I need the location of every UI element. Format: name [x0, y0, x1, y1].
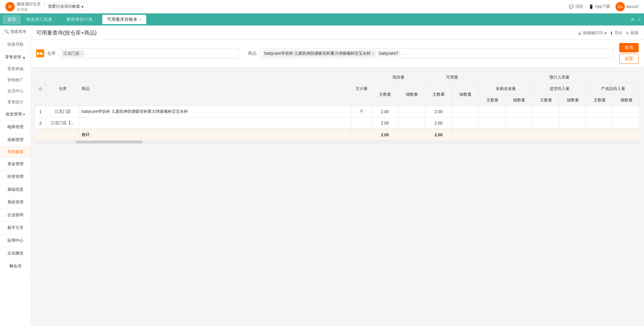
- scrollbar-track[interactable]: [35, 141, 640, 143]
- query-button[interactable]: 查询: [619, 43, 639, 52]
- search-label: 搜索菜单: [10, 29, 26, 34]
- tab-receive-close[interactable]: ×: [54, 17, 56, 21]
- tab-order[interactable]: 要货单统计表 ×: [62, 15, 101, 24]
- sidebar-collab-title[interactable]: 企业协同: [0, 209, 31, 221]
- sidebar-newguide-title[interactable]: 新手引导: [0, 222, 31, 234]
- th-stock-group: 现存量: [372, 72, 425, 83]
- sidebar-group-purchase: 采购管理: [0, 134, 31, 146]
- sidebar-quick-nav[interactable]: 快捷导航: [0, 38, 31, 51]
- product-tag2-text: babycare?: [379, 51, 398, 56]
- sidebar-system-title[interactable]: 系统管理: [0, 196, 31, 208]
- table-area: ⚙ 仓库 商品 主计量 现存量 可用量 预计入库量 主数量 辅数量 主数量 辅数…: [31, 67, 644, 326]
- sidebar-finance-title[interactable]: 资金管理: [0, 158, 31, 170]
- sidebar-item-store[interactable]: 零售商城: [0, 63, 31, 75]
- sidebar-group-appcenter: 应用中心: [0, 234, 31, 247]
- row2-purchase-aux: [506, 118, 533, 129]
- sidebar-item-retail-stats[interactable]: 零售统计: [0, 97, 31, 108]
- top-bar: 好 畅捷通好生意 标准版 母婴行业演示账套 ▾ 💬 消息 📱 App下载 Ea …: [0, 0, 644, 13]
- tab-order-label: 要货单统计表: [66, 16, 93, 22]
- th-purchase-sub: 采购在途量: [479, 83, 533, 95]
- th-available-group: 可用量: [425, 72, 479, 83]
- sidebar-wechat-title[interactable]: 企业微信: [0, 247, 31, 260]
- sidebar-purchase-title[interactable]: 采购管理: [0, 134, 31, 146]
- store-selector[interactable]: 母婴行业演示账套 ▾: [44, 2, 87, 11]
- print-label: 按模板打印: [583, 30, 603, 36]
- footer-avail-main: 2.00: [425, 129, 452, 141]
- sidebar-inventory-title[interactable]: 库存核算: [0, 146, 31, 157]
- table-row: 2 江北门店【... 2.00 2.00: [35, 118, 640, 129]
- th-incoming-aux: 辅数量: [559, 95, 586, 106]
- sidebar-operations-title[interactable]: 经营管理: [0, 171, 31, 183]
- scrollbar-row: [35, 141, 640, 144]
- filter-toggle-btn[interactable]: ▶▶: [36, 49, 44, 57]
- template-badge: 标准版: [17, 7, 41, 12]
- sidebar-basics-title[interactable]: 基础信息: [0, 183, 31, 196]
- sidebar-appcenter-title[interactable]: 应用中心: [0, 234, 31, 247]
- wechat-label: 企业微信: [7, 250, 23, 256]
- message-btn[interactable]: 💬 消息: [569, 4, 583, 9]
- refresh-icon: ↻: [626, 31, 629, 36]
- sidebar-group-basics: 基础信息: [0, 183, 31, 196]
- tab-receive[interactable]: 收发存汇总表 ×: [21, 15, 61, 24]
- row1-no: 1: [35, 106, 46, 118]
- row1-unit: 个: [352, 106, 372, 118]
- message-icon: 💬: [569, 4, 574, 9]
- ecommerce-label: 电商管理: [7, 124, 23, 130]
- data-table: ⚙ 仓库 商品 主计量 现存量 可用量 预计入库量 主数量 辅数量 主数量 辅数…: [35, 72, 640, 144]
- th-avail-main: 主数量: [425, 83, 452, 106]
- th-unit: 主计量: [352, 72, 372, 106]
- warehouse-tag-remove[interactable]: ×: [80, 51, 83, 55]
- close-window-icon[interactable]: ✕: [631, 17, 635, 22]
- member2-label: 畅会员: [9, 263, 21, 269]
- product-tag1-remove[interactable]: ×: [372, 51, 374, 55]
- print-arrow-icon: ▾: [604, 31, 606, 36]
- tab-home[interactable]: 首页: [3, 15, 21, 24]
- tab-available[interactable]: 可用量库存账本 ×: [102, 15, 146, 24]
- wholesale-arrow-icon: ▾: [23, 112, 25, 116]
- sidebar-member2-title[interactable]: 畅会员: [0, 260, 31, 272]
- refresh-label: 刷新: [631, 30, 639, 36]
- logo-text: 畅捷通好生意: [17, 1, 41, 7]
- table-row: 1 江北门店 babycare学饮杯 儿童防摔防撞吸管杯重力球吸嘴杯宝宝水杯 个…: [35, 106, 640, 118]
- warehouse-more[interactable]: ...: [86, 51, 89, 56]
- settings-button[interactable]: 设置: [619, 54, 639, 64]
- sidebar-item-marketing[interactable]: 营销推广: [0, 75, 31, 86]
- sidebar-ecommerce-title[interactable]: 电商管理: [0, 121, 31, 133]
- retail-arrow-icon: ▲: [22, 55, 26, 59]
- finance-label: 资金管理: [7, 161, 23, 167]
- sidebar-wholesale-title[interactable]: 批发管理 ▾: [0, 108, 31, 121]
- footer-avail-aux: [452, 129, 479, 141]
- print-btn[interactable]: 🖨 按模板打印 ▾: [578, 30, 606, 36]
- filter-actions: 查询 设置: [619, 43, 639, 64]
- download-btn[interactable]: 📱 App下载: [589, 4, 610, 9]
- maximize-icon[interactable]: ⤢: [637, 17, 641, 22]
- avatar: Ea: [615, 2, 625, 11]
- row1-incoming-aux: [559, 106, 586, 118]
- top-bar-right: 💬 消息 📱 App下载 Ea demo2: [569, 2, 639, 11]
- row2-warehouse: 江北门店【...: [46, 118, 79, 129]
- tab-available-close[interactable]: ×: [140, 17, 142, 21]
- row1-avail-aux: [452, 106, 479, 118]
- basics-label: 基础信息: [7, 187, 23, 192]
- sidebar-group-wholesale: 批发管理 ▾: [0, 108, 31, 121]
- sidebar-group-member2: 畅会员: [0, 260, 31, 273]
- sidebar-search[interactable]: 🔍 搜索菜单: [0, 26, 31, 38]
- sidebar-item-member[interactable]: 会员中心: [0, 86, 31, 97]
- warehouse-tag: 江北门店 ×: [61, 50, 85, 57]
- settings-icon[interactable]: ⚙: [38, 86, 43, 92]
- refresh-btn[interactable]: ↻ 刷新: [626, 30, 639, 36]
- warehouse-filter-input[interactable]: 江北门店 × ...: [58, 48, 238, 58]
- tab-order-close[interactable]: ×: [95, 17, 97, 21]
- user-area[interactable]: Ea demo2: [615, 2, 639, 11]
- product-filter-input[interactable]: babycare学饮杯 儿童防摔防撞吸管杯重力球吸嘴杯宝宝水杯 × babyca…: [259, 48, 614, 58]
- product-more[interactable]: ...: [401, 51, 405, 56]
- footer-p3: [533, 129, 559, 141]
- row1-finished-aux: [613, 106, 640, 118]
- appcenter-label: 应用中心: [7, 238, 23, 243]
- newguide-label: 新手引导: [7, 225, 23, 231]
- export-btn[interactable]: ⬆ 导出: [610, 30, 623, 36]
- scrollbar-thumb[interactable]: [75, 141, 143, 143]
- row2-stock-aux: [398, 118, 425, 129]
- sidebar-retail-title[interactable]: 零售管理 ▲: [0, 51, 31, 63]
- row1-stock-aux: [398, 106, 425, 118]
